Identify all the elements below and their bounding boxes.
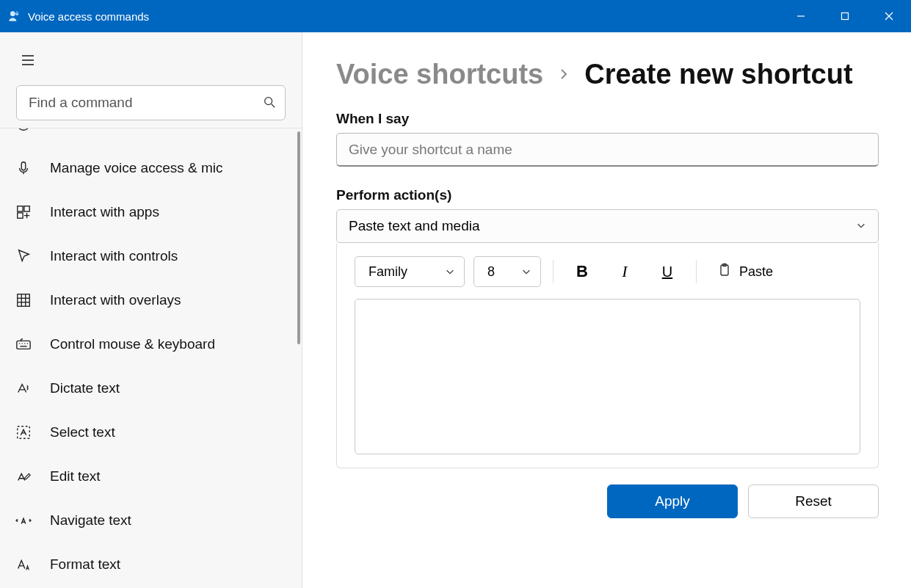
search-icon xyxy=(263,95,277,110)
sidebar-item-keyboard[interactable]: Control mouse & keyboard xyxy=(0,322,294,366)
app-icon xyxy=(6,8,22,24)
svg-rect-26 xyxy=(18,427,30,439)
sidebar-item-mic[interactable]: Manage voice access & mic xyxy=(0,146,294,190)
format-icon xyxy=(15,556,32,573)
search-input[interactable] xyxy=(29,95,263,111)
window-title: Voice access commands xyxy=(28,10,149,23)
action-select-value: Paste text and media xyxy=(349,218,480,234)
chevron-down-icon xyxy=(856,218,866,234)
sidebar-item-label: Get started xyxy=(50,128,119,132)
font-size-select[interactable]: 8 xyxy=(473,256,541,287)
sidebar-item-label: Format text xyxy=(50,556,120,573)
svg-point-24 xyxy=(27,343,28,344)
sidebar-item-label: Manage voice access & mic xyxy=(50,160,223,176)
breadcrumb-parent[interactable]: Voice shortcuts xyxy=(336,59,543,90)
scrollbar-thumb[interactable] xyxy=(297,131,300,344)
sidebar-item-apps[interactable]: Interact with apps xyxy=(0,190,294,234)
sidebar-item-label: Dictate text xyxy=(50,380,120,396)
start-icon xyxy=(15,128,32,133)
svg-point-23 xyxy=(24,343,25,344)
search-field[interactable] xyxy=(16,85,286,120)
svg-line-9 xyxy=(272,104,275,108)
sidebar-item-format[interactable]: Format text xyxy=(0,542,294,587)
main-content: Voice shortcuts Create new shortcut When… xyxy=(302,32,911,588)
sidebar-item-navigate[interactable]: Navigate text xyxy=(0,498,294,542)
apply-button[interactable]: Apply xyxy=(607,484,738,518)
footer-buttons: Apply Reset xyxy=(336,484,879,518)
keyboard-icon xyxy=(15,335,32,353)
when-i-say-label: When I say xyxy=(336,111,879,127)
svg-point-22 xyxy=(21,343,22,344)
grid-icon xyxy=(15,291,32,309)
toolbar-divider xyxy=(553,260,554,283)
sidebar-item-label: Interact with apps xyxy=(50,204,159,220)
sidebar-item-cursor[interactable]: Interact with controls xyxy=(0,234,294,278)
sidebar-nav: Get startedManage voice access & micInte… xyxy=(0,128,302,588)
dictate-icon xyxy=(15,380,32,397)
close-button[interactable] xyxy=(867,0,911,32)
sidebar-item-label: Select text xyxy=(50,424,115,440)
select-icon xyxy=(15,424,32,441)
sidebar-item-start[interactable]: Get started xyxy=(0,128,294,146)
svg-rect-14 xyxy=(18,213,23,218)
svg-point-10 xyxy=(18,128,30,130)
italic-button[interactable]: I xyxy=(608,256,642,287)
font-family-select[interactable]: Family xyxy=(355,256,465,287)
svg-rect-11 xyxy=(21,162,26,170)
chevron-right-icon xyxy=(558,65,570,84)
edit-icon xyxy=(15,468,32,485)
action-select[interactable]: Paste text and media xyxy=(336,209,879,243)
sidebar-item-grid[interactable]: Interact with overlays xyxy=(0,278,294,322)
bold-button[interactable]: B xyxy=(565,256,599,287)
paste-label: Paste xyxy=(739,264,773,280)
hamburger-button[interactable] xyxy=(13,46,43,75)
clipboard-icon xyxy=(717,263,732,281)
font-family-value: Family xyxy=(369,264,407,280)
reset-button[interactable]: Reset xyxy=(748,484,879,518)
titlebar: Voice access commands xyxy=(0,0,911,32)
svg-rect-15 xyxy=(18,294,30,307)
svg-rect-12 xyxy=(18,206,23,211)
apps-icon xyxy=(15,203,32,221)
maximize-button[interactable] xyxy=(823,0,867,32)
sidebar-item-label: Interact with controls xyxy=(50,248,178,264)
shortcut-name-input[interactable] xyxy=(336,133,879,167)
svg-rect-20 xyxy=(17,341,30,349)
breadcrumb-current: Create new shortcut xyxy=(584,59,852,90)
sidebar: Get startedManage voice access & micInte… xyxy=(0,32,302,588)
rich-text-editor: Family 8 B I U Paste xyxy=(336,243,879,468)
navigate-icon xyxy=(15,512,32,529)
svg-rect-2 xyxy=(842,13,849,20)
cursor-icon xyxy=(15,247,32,265)
sidebar-item-label: Navigate text xyxy=(50,512,131,529)
editor-toolbar: Family 8 B I U Paste xyxy=(355,256,860,287)
breadcrumb: Voice shortcuts Create new shortcut xyxy=(336,59,879,90)
sidebar-item-label: Edit text xyxy=(50,468,101,484)
svg-point-0 xyxy=(10,11,15,16)
sidebar-item-select[interactable]: Select text xyxy=(0,410,294,454)
editor-textarea[interactable] xyxy=(355,299,860,454)
svg-point-8 xyxy=(265,98,272,105)
perform-actions-label: Perform action(s) xyxy=(336,187,879,203)
svg-point-21 xyxy=(19,343,20,344)
sidebar-item-dictate[interactable]: Dictate text xyxy=(0,366,294,410)
paste-button[interactable]: Paste xyxy=(708,256,782,287)
svg-rect-13 xyxy=(24,206,29,211)
sidebar-item-label: Interact with overlays xyxy=(50,292,181,308)
toolbar-divider xyxy=(696,260,697,283)
sidebar-item-label: Control mouse & keyboard xyxy=(50,336,215,352)
font-size-value: 8 xyxy=(487,264,495,280)
underline-button[interactable]: U xyxy=(650,256,684,287)
mic-icon xyxy=(15,159,32,177)
sidebar-item-edit[interactable]: Edit text xyxy=(0,454,294,498)
minimize-button[interactable] xyxy=(779,0,823,32)
